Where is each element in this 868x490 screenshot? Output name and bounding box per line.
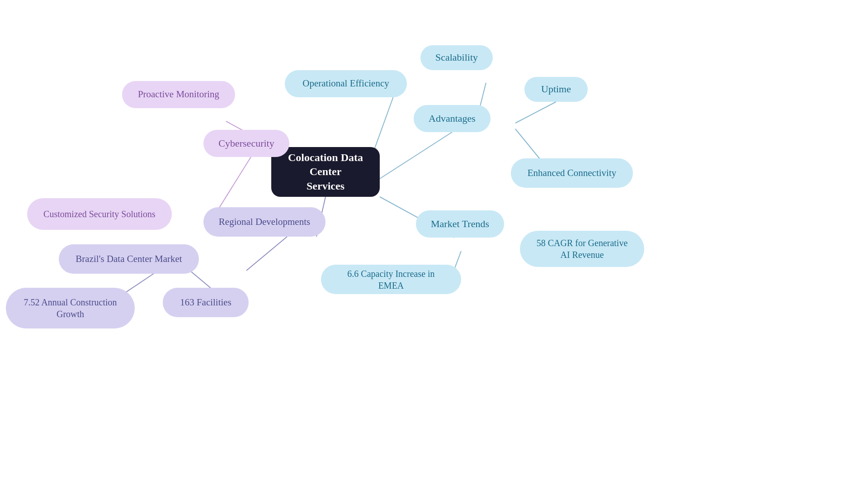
capacity-emea-label: 6.6 Capacity Increase in EMEA xyxy=(334,268,448,291)
enhanced-connectivity-label: Enhanced Connectivity xyxy=(528,167,617,179)
uptime-label: Uptime xyxy=(541,83,571,96)
market-trends-label: Market Trends xyxy=(431,218,489,231)
node-enhanced-connectivity[interactable]: Enhanced Connectivity xyxy=(511,158,633,188)
cagr-ai-label: 58 CAGR for Generative AI Revenue xyxy=(533,237,632,261)
svg-line-7 xyxy=(215,157,251,215)
svg-line-0 xyxy=(380,132,452,179)
center-label: Colocation Data Center Services xyxy=(284,151,367,193)
annual-growth-label: 7.52 Annual Construction Growth xyxy=(19,296,122,320)
node-advantages[interactable]: Advantages xyxy=(414,105,491,132)
node-uptime[interactable]: Uptime xyxy=(524,77,588,102)
advantages-label: Advantages xyxy=(429,112,476,125)
regional-developments-label: Regional Developments xyxy=(219,216,310,228)
scalability-label: Scalability xyxy=(435,51,478,64)
node-customized-security[interactable]: Customized Security Solutions xyxy=(27,198,172,230)
node-brazil-market[interactable]: Brazil's Data Center Market xyxy=(59,244,199,274)
svg-line-2 xyxy=(515,102,556,123)
node-regional-developments[interactable]: Regional Developments xyxy=(203,207,326,237)
node-scalability[interactable]: Scalability xyxy=(420,45,493,70)
node-cagr-ai[interactable]: 58 CAGR for Generative AI Revenue xyxy=(520,231,644,267)
node-facilities[interactable]: 163 Facilities xyxy=(163,288,249,317)
cybersecurity-label: Cybersecurity xyxy=(218,137,274,150)
svg-line-9 xyxy=(246,237,287,271)
center-node[interactable]: Colocation Data Center Services xyxy=(271,147,380,197)
node-proactive-monitoring[interactable]: Proactive Monitoring xyxy=(122,81,235,108)
operational-efficiency-label: Operational Efficiency xyxy=(302,77,389,90)
facilities-label: 163 Facilities xyxy=(180,296,231,309)
node-capacity-emea[interactable]: 6.6 Capacity Increase in EMEA xyxy=(321,265,461,294)
customized-security-label: Customized Security Solutions xyxy=(43,208,156,220)
node-annual-growth[interactable]: 7.52 Annual Construction Growth xyxy=(6,288,135,328)
node-cybersecurity[interactable]: Cybersecurity xyxy=(203,130,289,157)
brazil-market-label: Brazil's Data Center Market xyxy=(75,253,182,265)
node-operational-efficiency[interactable]: Operational Efficiency xyxy=(285,70,407,97)
proactive-monitoring-label: Proactive Monitoring xyxy=(138,88,219,100)
node-market-trends[interactable]: Market Trends xyxy=(416,210,504,238)
